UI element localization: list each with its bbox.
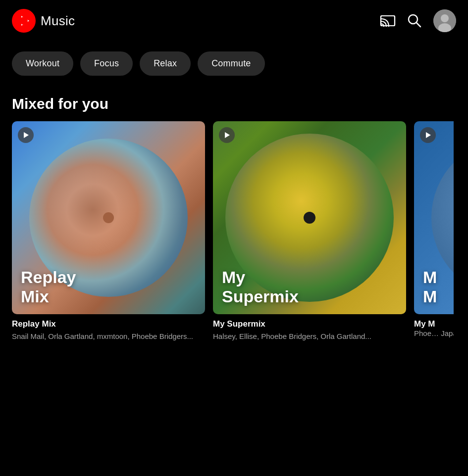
svg-point-2 bbox=[20, 17, 28, 25]
card-my-mix-partial[interactable]: M M My M Phoe… Japa… bbox=[414, 121, 454, 341]
play-icon-partial bbox=[420, 127, 436, 143]
category-pills: Workout Focus Relax Commute bbox=[0, 42, 468, 81]
category-commute[interactable]: Commute bbox=[198, 51, 264, 76]
logo-area: Music bbox=[12, 9, 75, 33]
play-icon-supermix bbox=[219, 127, 235, 143]
card-info-supermix: My Supermix Halsey, Ellise, Phoebe Bridg… bbox=[213, 314, 406, 341]
card-thumbnail-partial: M M bbox=[414, 121, 454, 314]
card-subtitle-supermix: Halsey, Ellise, Phoebe Bridgers, Orla Ga… bbox=[213, 331, 406, 341]
category-focus[interactable]: Focus bbox=[80, 51, 133, 76]
card-my-supermix[interactable]: My Supermix My Supermix Halsey, Ellise, … bbox=[213, 121, 406, 341]
header: Music bbox=[0, 0, 468, 42]
card-overlay-title-partial: M M bbox=[423, 268, 437, 306]
card-thumbnail-replay-mix: Replay Mix bbox=[12, 121, 205, 314]
card-thumbnail-supermix: My Supermix bbox=[213, 121, 406, 314]
svg-marker-11 bbox=[24, 132, 29, 138]
cast-button[interactable] bbox=[380, 13, 396, 29]
cast-icon bbox=[380, 13, 396, 29]
card-replay-mix[interactable]: Replay Mix Replay Mix Snail Mail, Orla G… bbox=[12, 121, 205, 341]
card-subtitle-replay-mix: Snail Mail, Orla Gartland, mxmtoon, Phoe… bbox=[12, 331, 205, 341]
yt-music-logo bbox=[12, 9, 36, 33]
card-title-partial: My M bbox=[414, 319, 454, 329]
category-relax[interactable]: Relax bbox=[140, 51, 191, 76]
header-icons bbox=[380, 9, 456, 32]
avatar bbox=[433, 9, 456, 32]
svg-marker-12 bbox=[225, 132, 230, 138]
svg-marker-13 bbox=[426, 132, 431, 138]
app-title: Music bbox=[41, 13, 75, 29]
card-info-replay-mix: Replay Mix Snail Mail, Orla Gartland, mx… bbox=[12, 314, 205, 341]
play-icon-replay-mix bbox=[18, 127, 34, 143]
search-icon bbox=[407, 13, 422, 29]
svg-point-9 bbox=[441, 14, 449, 22]
section-title: Mixed for you bbox=[0, 81, 468, 121]
svg-rect-5 bbox=[381, 25, 382, 26]
search-button[interactable] bbox=[407, 13, 422, 29]
card-overlay-title-replay-mix: Replay Mix bbox=[21, 268, 76, 306]
supermix-center bbox=[304, 212, 315, 224]
replay-mix-center bbox=[103, 212, 114, 223]
card-subtitle-partial: Phoe… Japa… bbox=[414, 329, 454, 337]
card-info-partial: My M Phoe… Japa… bbox=[414, 314, 454, 337]
svg-line-7 bbox=[416, 23, 421, 27]
category-workout[interactable]: Workout bbox=[12, 51, 73, 76]
avatar-image bbox=[433, 9, 456, 32]
card-title-supermix: My Supermix bbox=[213, 319, 406, 329]
cards-row: Replay Mix Replay Mix Snail Mail, Orla G… bbox=[0, 121, 468, 341]
card-title-replay-mix: Replay Mix bbox=[12, 319, 205, 329]
profile-button[interactable] bbox=[433, 9, 456, 32]
card-overlay-title-supermix: My Supermix bbox=[222, 268, 299, 306]
